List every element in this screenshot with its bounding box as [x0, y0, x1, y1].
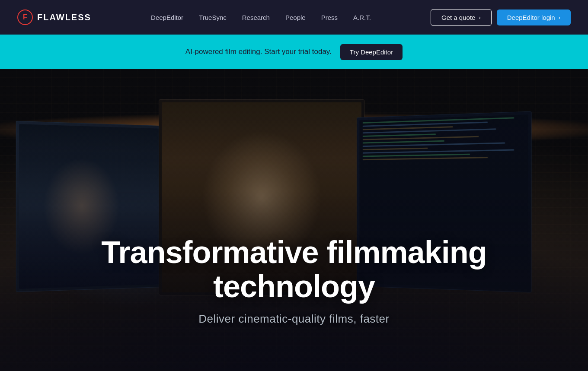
- nav-link-people[interactable]: People: [285, 14, 306, 21]
- hero-title: Transformative filmmaking technology: [29, 235, 559, 304]
- brand-name: FLAWLESS: [37, 13, 91, 22]
- logo-icon: F: [17, 10, 33, 25]
- hero-content: Transformative filmmaking technology Del…: [29, 235, 559, 326]
- nav-links: DeepEditor TrueSync Research People Pres…: [151, 14, 371, 21]
- svg-text:F: F: [23, 13, 27, 21]
- navbar-actions: Get a quote › DeepEditor login ›: [431, 9, 571, 26]
- chevron-right-icon: ›: [479, 14, 480, 21]
- chevron-right-icon-2: ›: [559, 14, 560, 21]
- deep-editor-login-button[interactable]: DeepEditor login ›: [497, 10, 571, 25]
- announcement-text: AI-powered film editing. Start your tria…: [185, 48, 332, 56]
- nav-link-deep-editor[interactable]: DeepEditor: [151, 14, 183, 21]
- logo[interactable]: F FLAWLESS: [17, 10, 91, 25]
- get-quote-button[interactable]: Get a quote ›: [431, 9, 492, 26]
- nav-link-art[interactable]: A.R.T.: [353, 14, 371, 21]
- hero-section: Transformative filmmaking technology Del…: [0, 69, 588, 371]
- nav-link-press[interactable]: Press: [321, 14, 338, 21]
- announcement-bar: AI-powered film editing. Start your tria…: [0, 35, 588, 69]
- nav-link-research[interactable]: Research: [242, 14, 270, 21]
- navbar: F FLAWLESS DeepEditor TrueSync Research …: [0, 0, 588, 35]
- hero-subtitle: Deliver cinematic-quality films, faster: [29, 312, 559, 326]
- nav-link-true-sync[interactable]: TrueSync: [199, 14, 227, 21]
- login-label: DeepEditor login: [507, 14, 555, 21]
- get-quote-label: Get a quote: [441, 14, 475, 21]
- try-deep-editor-button[interactable]: Try DeepEditor: [340, 44, 403, 60]
